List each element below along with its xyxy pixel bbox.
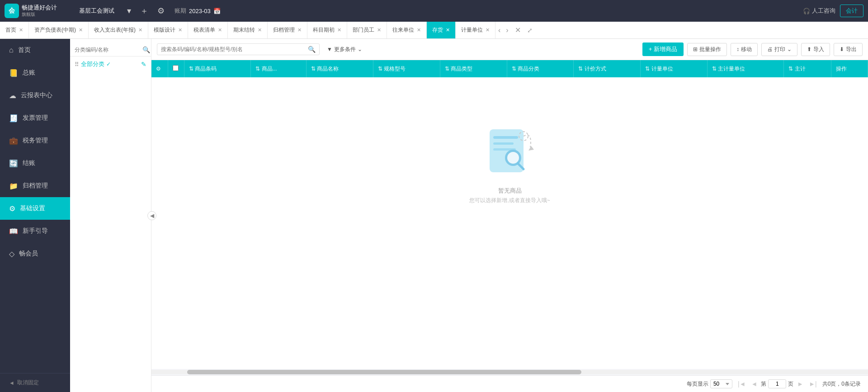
prev-page-btn[interactable]: ◄ [749,379,759,388]
filter-btn[interactable]: ▼ 更多条件 ⌄ [323,44,366,55]
tab-close-all-btn[interactable]: ✕ [511,22,524,38]
tab-customer[interactable]: 往来单位 ✕ [387,22,427,38]
tab-home-close[interactable]: ✕ [19,27,23,33]
tab-inventory-close[interactable]: ✕ [446,27,450,33]
empty-illustration [481,123,539,181]
tab-archive[interactable]: 归档管理 ✕ [268,22,307,38]
sidebar-item-cloud[interactable]: ☁ 云报表中心 [0,84,70,107]
th-setting[interactable]: ⚙ [151,60,168,77]
page-number-input[interactable] [768,379,786,388]
pin-icon: ◄ [9,380,14,386]
th-code[interactable]: ⇅ 商品... [251,60,307,77]
first-page-btn[interactable]: |◄ [736,379,748,388]
add-product-btn[interactable]: + 新增商品 [642,43,684,56]
select-all-checkbox[interactable] [173,65,179,71]
tab-unit-close[interactable]: ✕ [486,27,490,33]
next-page-btn[interactable]: ► [795,379,805,388]
sidebar-item-archive[interactable]: 📁 归档管理 [0,175,70,197]
dropdown-btn[interactable]: ▾ [124,5,134,17]
tab-template-close[interactable]: ✕ [178,27,182,33]
total-records: 共0页，0条记录 [822,380,861,388]
app-sub: 旗舰版 [22,11,57,18]
tab-prev-btn[interactable]: ‹ [495,22,503,38]
tree-all-category[interactable]: ⠿ 全部分类 ✓ ✎ [70,57,151,72]
tab-subject-init-close[interactable]: ✕ [337,27,341,33]
batch-btn[interactable]: ⊞ 批量操作 [687,43,727,56]
svg-point-5 [507,152,519,164]
sidebar-item-guide[interactable]: 📖 新手引导 [0,220,70,242]
th-price-method[interactable]: ⇅ 计价方式 [574,60,641,77]
sidebar-item-tax[interactable]: 💼 税务管理 [0,129,70,152]
tree-collapse-btn[interactable]: ◀ [147,211,156,220]
tab-bar: 首页 ✕ 资产负债表(中期) ✕ 收入支出表(年报) ✕ 模版设计 ✕ 税表清单… [0,22,868,39]
tab-unit[interactable]: 计量单位 ✕ [456,22,495,38]
tab-income-close[interactable]: ✕ [138,27,142,33]
export-btn[interactable]: ⬇ 导出 [834,43,863,56]
settings-icon: ⚙ [9,204,15,213]
tree-dots-icon: ⠿ [75,61,79,68]
sidebar-item-invoice[interactable]: 🧾 发票管理 [0,107,70,129]
print-btn[interactable]: 🖨 打印 ⌄ [761,43,797,56]
last-page-btn[interactable]: ►| [807,379,819,388]
th-main-count[interactable]: ⇅ 主计 [784,60,831,77]
tree-check-icon: ✓ [106,61,111,67]
sidebar-item-settings[interactable]: ⚙ 基础设置 [0,197,70,220]
ledger-icon: 📒 [9,69,18,77]
th-spec[interactable]: ⇅ 规格型号 [373,60,440,77]
th-type[interactable]: ⇅ 商品类型 [440,60,507,77]
sidebar-pin-btn[interactable]: ◄ 取消固定 [0,373,70,392]
tab-customer-close[interactable]: ✕ [417,27,421,33]
search-input[interactable] [161,46,305,52]
sidebar-item-close[interactable]: 🔄 结账 [0,152,70,175]
tab-inventory[interactable]: 存货 ✕ [427,22,456,38]
consult-btn[interactable]: 🎧 人工咨询 [803,7,835,15]
tab-archive-close[interactable]: ✕ [297,27,302,33]
invoice-icon: 🧾 [9,114,18,123]
tab-home[interactable]: 首页 ✕ [0,22,29,38]
pagination-bar: 每页显示 50 100 200 |◄ ◄ 第 页 ► [151,375,868,392]
calendar-icon[interactable]: 📅 [213,8,221,14]
tree-edit-icon[interactable]: ✎ [141,61,146,68]
tree-search-icon[interactable]: 🔍 [142,46,150,53]
add-tab-btn[interactable]: ＋ [137,5,151,17]
tab-balance[interactable]: 资产负债表(中期) ✕ [29,22,89,38]
print-icon: 🖨 [767,46,773,52]
logo-icon: 会 [5,4,19,18]
tax-icon: 💼 [9,137,18,145]
header-period: 账期 2023-03 📅 [175,7,221,15]
tree-search-input[interactable] [75,47,142,53]
th-unit[interactable]: ⇅ 计量单位 [641,60,708,77]
category-tree: 🔍 ⠿ 全部分类 ✓ ✎ ◀ [70,39,151,392]
tab-department-close[interactable]: ✕ [377,27,381,33]
th-name[interactable]: ⇅ 商品名称 [307,60,373,77]
tab-period-end-close[interactable]: ✕ [258,27,262,33]
th-action: 操作 [831,60,868,77]
search-icon[interactable]: 🔍 [308,46,316,53]
tab-next-btn[interactable]: › [503,22,511,38]
th-category[interactable]: ⇅ 商品分类 [507,60,574,77]
tab-period-end[interactable]: 期末结转 ✕ [228,22,268,38]
import-btn[interactable]: ⬆ 导入 [801,43,830,56]
tab-tax[interactable]: 税表清单 ✕ [188,22,228,38]
tab-template[interactable]: 模版设计 ✕ [148,22,188,38]
tab-tax-close[interactable]: ✕ [218,27,222,33]
th-barcode[interactable]: ⇅ 商品条码 [184,60,251,77]
sidebar-item-member[interactable]: ◇ 畅会员 [0,242,70,265]
tree-search-bar: 🔍 [70,43,151,57]
tab-subject-init[interactable]: 科目期初 ✕ [307,22,347,38]
move-btn[interactable]: ↕ 移动 [731,43,758,56]
tab-income[interactable]: 收入支出表(年报) ✕ [89,22,148,38]
tab-department[interactable]: 部门员工 ✕ [347,22,387,38]
th-main-unit[interactable]: ⇅ 主计量单位 [708,60,784,77]
horizontal-scrollbar[interactable] [151,370,868,374]
account-btn[interactable]: 会计 [840,5,863,17]
page-size-dropdown[interactable]: 50 100 200 [710,379,732,388]
sidebar-item-home[interactable]: ⌂ 首页 [0,39,70,61]
settings-btn[interactable]: ⚙ [155,5,167,17]
sidebar-item-ledger[interactable]: 📒 总账 [0,61,70,84]
scroll-thumb[interactable] [187,370,581,374]
th-checkbox[interactable] [168,60,184,77]
tab-expand-btn[interactable]: ⤢ [524,22,535,38]
tab-balance-close[interactable]: ✕ [79,27,83,33]
top-header: 会 畅捷通好会计 旗舰版 基层工会测试 ▾ ＋ ⚙ 账期 2023-03 📅 🎧… [0,0,868,22]
